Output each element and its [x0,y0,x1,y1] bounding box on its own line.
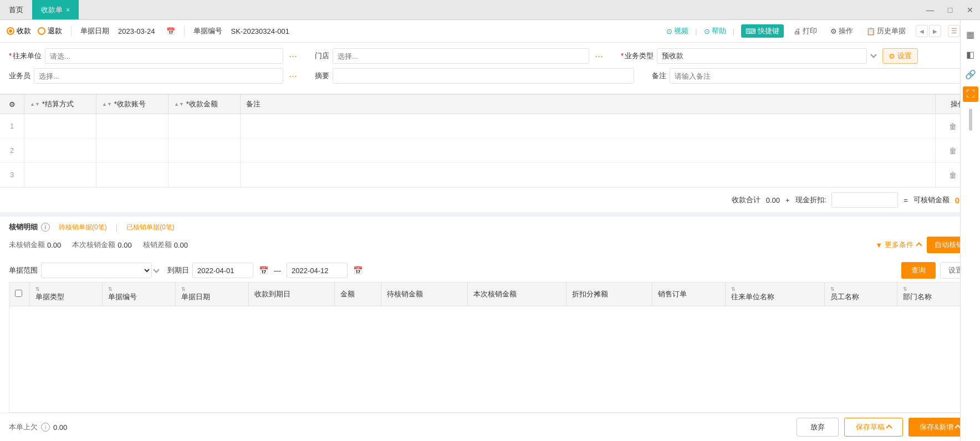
summary-input[interactable] [333,68,634,84]
td-settlement-3[interactable] [24,163,96,187]
select-all-checkbox[interactable] [15,290,22,297]
tab-home[interactable]: 首页 [0,0,32,19]
date-to-calendar-icon[interactable]: 📅 [353,266,363,275]
verify-title: 核销明细 i [9,222,50,232]
local-info-icon[interactable]: i [41,423,50,432]
td-amount-input-3[interactable] [174,167,234,183]
sidebar-layout-icon[interactable]: ◧ [963,47,978,62]
td-remark-input-3[interactable] [246,167,930,183]
td-amount-3[interactable] [169,163,241,187]
delete-row-1-icon[interactable]: 🗑 [949,122,957,131]
business-type-arrow[interactable] [871,53,876,59]
radio-receipt-dot [7,27,14,35]
th-department: ⇅ 部门名称 [897,283,971,306]
td-remark-1[interactable] [241,114,936,138]
td-amount-1[interactable] [169,114,241,138]
th-doc-number: ⇅ 单据编号 [103,283,176,306]
print-btn[interactable]: 🖨 打印 [790,25,820,37]
shortcut-btn[interactable]: ⌨ 快捷键 [741,24,784,38]
current-stat: 本次核销金额 0.00 [72,240,131,250]
sidebar-table-icon[interactable]: ▦ [963,27,978,42]
td-remark-3[interactable] [241,163,936,187]
tab-close-icon[interactable]: × [66,6,70,14]
completed-tab[interactable]: 已核销单据(0笔) [126,223,175,232]
delete-row-2-icon[interactable]: 🗑 [949,146,957,155]
sidebar-expand-icon[interactable]: ⛶ [963,86,978,102]
td-account-3[interactable] [96,163,169,187]
td-account-input-2[interactable] [102,143,162,158]
radio-refund[interactable]: 退款 [38,26,62,36]
video-link[interactable]: ⊙ 视频 [666,26,688,36]
query-button[interactable]: 查询 [901,262,936,279]
td-account-input-1[interactable] [102,119,162,134]
settings-button[interactable]: ⚙ 设置 [882,48,918,64]
td-settlement-input-2[interactable] [30,143,90,158]
bottom-info: 本单上欠 i 0.00 [9,422,67,432]
business-type-input[interactable] [657,48,867,64]
td-account-1[interactable] [96,114,169,138]
td-remark-2[interactable] [241,139,936,162]
td-remark-input-1[interactable] [246,119,930,134]
td-settlement-input-3[interactable] [30,167,90,183]
nav-prev-arrow[interactable]: ◀ [916,25,928,37]
salesperson-more-icon[interactable]: ··· [289,71,297,81]
more-filter-btn[interactable]: ▼ 更多条件 [875,240,921,250]
table-row: 1 🗑 ⊞ [0,114,980,139]
td-settlement-input-1[interactable] [30,119,90,134]
verify-table-wrap[interactable]: ⇅ 单据类型 ⇅ 单据编号 ⇅ 单据日期 收款到期日 [9,282,971,413]
toolbar: 收款 退款 单据日期 2023-03-24 📅 单据编号 SK-20230324… [0,20,980,43]
delete-row-3-icon[interactable]: 🗑 [949,171,957,180]
td-amount-input-2[interactable] [174,143,234,158]
total-label: 收款合计 [732,195,760,205]
store-input[interactable] [333,48,589,64]
pending-tab[interactable]: 待核销单据(0笔) [59,223,107,232]
help-link[interactable]: ⊙ 帮助 [704,26,726,36]
filter-icon: ▼ [875,241,882,249]
tab-separator: | [116,223,118,232]
date-from-input[interactable] [192,263,253,278]
history-btn[interactable]: 📋 历史单据 [863,25,909,37]
counterparty-input[interactable] [45,48,283,64]
diff-stat: 核销差额 0.00 [143,240,188,250]
th-settlement: ▲▼ *结算方式 [24,95,96,114]
td-settlement-1[interactable] [24,114,96,138]
operation-icon: ⚙ [830,27,837,35]
window-controls: — □ ✕ [920,0,980,20]
table-header: ⚙ ▲▼ *结算方式 ▲▼ *收款账号 ▲▼ *收款金额 备注 操作 [0,95,980,114]
range-select[interactable] [41,263,152,278]
td-account-2[interactable] [96,139,169,162]
sort-doc-type: ⇅ [35,286,97,292]
range-select-arrow[interactable] [154,266,159,275]
maximize-button[interactable]: □ [940,0,960,20]
date-value[interactable]: 2023-03-24 [118,27,155,35]
sort-doc-date: ⇅ [181,286,243,292]
verify-info-icon[interactable]: i [41,223,50,232]
close-window-button[interactable]: ✕ [960,0,980,20]
date-from-calendar-icon[interactable]: 📅 [259,266,268,275]
calendar-icon[interactable]: 📅 [166,27,175,35]
toolbar-divider-2 [184,25,185,37]
remark-input[interactable] [670,68,971,84]
salesperson-input[interactable] [34,68,283,84]
settings-gear-icon: ⚙ [889,52,895,60]
nav-next-arrow[interactable]: ▶ [929,25,941,37]
abandon-button[interactable]: 放弃 [797,418,839,437]
td-settlement-2[interactable] [24,139,96,162]
td-remark-input-2[interactable] [246,143,930,158]
td-amount-2[interactable] [169,139,241,162]
operation-btn[interactable]: ⚙ 操作 [827,25,856,37]
store-more-icon[interactable]: ··· [595,51,603,61]
radio-receipt[interactable]: 收款 [7,26,31,36]
tab-current[interactable]: 收款单 × [32,0,79,19]
counterparty-more-icon[interactable]: ··· [289,51,297,61]
td-amount-input-1[interactable] [174,119,234,134]
local-info-value: 0.00 [53,423,67,432]
discount-input[interactable] [831,192,898,208]
td-account-input-3[interactable] [102,167,162,183]
minimize-button[interactable]: — [920,0,940,20]
date-to-input[interactable] [287,263,348,278]
list-view-icon[interactable]: ☰ [948,25,960,37]
save-draft-button[interactable]: 保存草稿 [844,418,903,437]
th-settings[interactable]: ⚙ [0,95,24,114]
sidebar-link-icon[interactable]: 🔗 [963,66,978,82]
